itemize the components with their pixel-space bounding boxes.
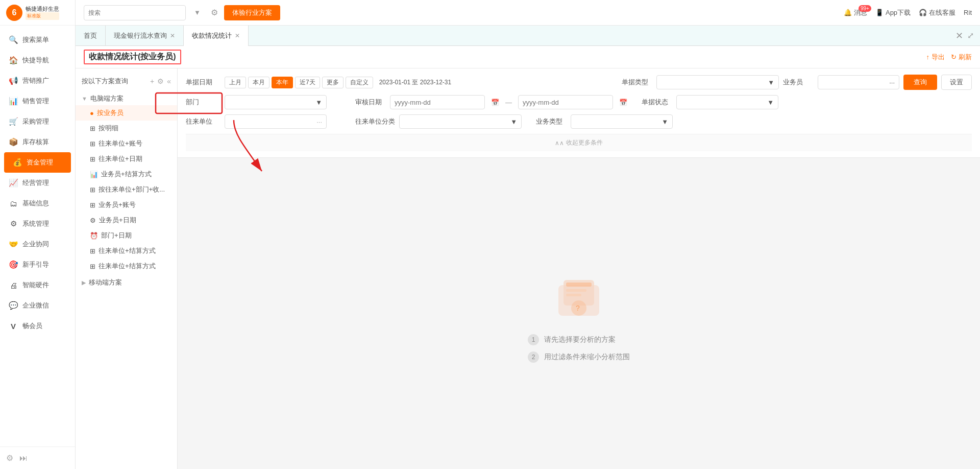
topbar-chevron-icon[interactable]: ▼	[194, 9, 201, 16]
topbar-app-download[interactable]: 📱 App下载	[875, 8, 911, 17]
tree-item-unit-settle2[interactable]: ⊞ 往来单位+结算方式	[76, 259, 177, 274]
sidebar-item-finance[interactable]: 💰 资金管理	[4, 152, 71, 173]
tab-home[interactable]: 首页	[76, 26, 106, 46]
tabbar-close-button[interactable]: ✕	[955, 30, 963, 41]
settings-button[interactable]: 设置	[941, 75, 972, 90]
panel-add-icon[interactable]: +	[150, 77, 154, 85]
sidebar-item-guide[interactable]: 🎯 新手引导	[0, 254, 75, 275]
sidebar-item-inventory[interactable]: 📦 库存核算	[0, 132, 75, 152]
right-panel: 单据日期 上月 本月 本年 近7天 更多 自定义 2023-01-01 至	[178, 68, 980, 469]
date-btn-last-month[interactable]: 上月	[225, 77, 246, 88]
tree-item-label: 业务员+结算方式	[101, 170, 152, 179]
tab-receipt[interactable]: 收款情况统计 ✕	[184, 26, 249, 46]
biz-type-select[interactable]: ▼	[571, 114, 673, 129]
export-label: 导出	[932, 53, 945, 62]
sidebar-item-sales[interactable]: 📊 销售管理	[0, 91, 75, 111]
sidebar-item-label: 经营管理	[22, 178, 49, 187]
voucher-type-select[interactable]: ▼	[656, 75, 779, 89]
voucher-status-select[interactable]: ▼	[676, 95, 778, 109]
logo-icon: 6	[6, 5, 22, 21]
unit-select[interactable]: ···	[225, 114, 327, 129]
tree-item-staff-account[interactable]: ⊞ 业务员+账号	[76, 197, 177, 213]
sidebar-item-wechat[interactable]: 💬 企业微信	[0, 295, 75, 316]
sidebar-item-enterprise[interactable]: 🤝 企业协同	[0, 234, 75, 254]
sidebar-item-label: 新手引导	[22, 260, 49, 269]
date-btn-this-year[interactable]: 本年	[272, 77, 293, 88]
wechat-nav-icon: 💬	[8, 300, 18, 311]
date-btn-more[interactable]: 更多	[322, 77, 344, 88]
unit-filter-label: 往来单位	[186, 117, 216, 126]
collapse-bar[interactable]: ∧∧ 收起更多条件	[186, 134, 972, 151]
sidebar-item-operation[interactable]: 📈 经营管理	[0, 173, 75, 193]
date-btn-this-month[interactable]: 本月	[248, 77, 270, 88]
topbar-gear-icon[interactable]: ⚙	[211, 8, 218, 17]
tree-item-unit-settle1[interactable]: ⊞ 往来单位+结算方式	[76, 243, 177, 259]
sidebar-item-label: 企业协同	[22, 240, 49, 249]
tree-item-label: 业务员+日期	[99, 216, 136, 225]
refresh-button[interactable]: ↻ 刷新	[951, 53, 972, 62]
tab-bank-close-icon[interactable]: ✕	[170, 32, 175, 39]
topbar-online-service[interactable]: 🎧 在线客服	[919, 8, 955, 17]
tabbar-expand-button[interactable]: ⤢	[967, 31, 974, 40]
sidebar-item-purchase[interactable]: 🛒 采购管理	[0, 111, 75, 132]
tree-item-by-detail[interactable]: ⊞ 按明细	[76, 121, 177, 136]
export-button[interactable]: ↑ 导出	[926, 53, 945, 62]
tab-bank[interactable]: 现金银行流水查询 ✕	[106, 26, 184, 46]
unit-settle1-icon: ⊞	[90, 247, 95, 255]
sidebar-item-hardware[interactable]: 🖨 智能硬件	[0, 275, 75, 295]
query-button[interactable]: 查询	[903, 75, 937, 90]
unit-ellipsis-icon[interactable]: ···	[316, 118, 322, 126]
date-btn-custom[interactable]: 自定义	[346, 77, 373, 88]
tree-item-unit-date[interactable]: ⊞ 往来单位+日期	[76, 151, 177, 167]
tree-item-label: 按业务员	[97, 108, 124, 118]
headset-icon: 🎧	[919, 9, 927, 16]
tree-section-mobile-header[interactable]: ▶ 移动端方案	[76, 276, 177, 289]
purchase-nav-icon: 🛒	[8, 116, 18, 127]
review-date-from-input[interactable]	[390, 95, 485, 109]
tree-item-staff-date[interactable]: ⚙ 业务员+日期	[76, 213, 177, 228]
unit-category-select[interactable]: ▼	[399, 114, 522, 129]
staff-account-icon: ⊞	[90, 201, 95, 209]
review-date-label: 审核日期	[355, 98, 386, 107]
tree-item-unit-dept-recv[interactable]: ⊞ 按往来单位+部门+收...	[76, 182, 177, 197]
inventory-nav-icon: 📦	[8, 137, 18, 147]
sidebar-item-system[interactable]: ⚙ 系统管理	[0, 214, 75, 234]
staff-select[interactable]: ···	[818, 75, 899, 89]
review-date-to-input[interactable]	[518, 95, 613, 109]
sidebar-item-quicknav[interactable]: 🏠 快捷导航	[0, 50, 75, 71]
page-actions: ↑ 导出 ↻ 刷新	[926, 53, 972, 62]
topbar-username[interactable]: Rit	[964, 9, 972, 16]
trial-button[interactable]: 体验行业方案	[224, 5, 280, 20]
tree-item-staff-settle[interactable]: 📊 业务员+结算方式	[76, 167, 177, 182]
bell-icon: 🔔	[844, 9, 852, 16]
date-filter-label: 单据日期	[186, 78, 216, 87]
dept-select[interactable]: ▼	[225, 95, 327, 109]
calendar-icon-from[interactable]: 📅	[491, 99, 499, 106]
sidebar-item-marketing[interactable]: 📢 营销推广	[0, 71, 75, 91]
tree-item-dept-date[interactable]: ⏰ 部门+日期	[76, 228, 177, 243]
tree-item-unit-account[interactable]: ⊞ 往来单位+账号	[76, 136, 177, 151]
left-panel: 按以下方案查询 + ⚙ « ▼ 电脑端方案 ● 按业务员	[76, 68, 178, 469]
empty-step-2: 2 用过滤条件来缩小分析范围	[528, 351, 630, 363]
topbar-messages[interactable]: 🔔 消息 99+	[844, 8, 867, 17]
page-body: 收款情况统计(按业务员) ↑ 导出 ↻ 刷新 按以下方案查询 +	[76, 46, 980, 469]
tree-expand-arrow-icon: ▼	[82, 96, 87, 102]
topbar-search-input[interactable]	[84, 5, 186, 20]
sidebar-item-basic[interactable]: 🗂 基础信息	[0, 193, 75, 214]
unit-dept-recv-icon: ⊞	[90, 186, 95, 194]
sidebar-item-search[interactable]: 🔍 搜索菜单	[0, 30, 75, 50]
tree-section-desktop-header[interactable]: ▼ 电脑端方案	[76, 92, 177, 105]
panel-settings-icon[interactable]: ⚙	[157, 77, 164, 85]
tab-home-label: 首页	[84, 31, 97, 40]
tree-section-desktop: ▼ 电脑端方案 ● 按业务员 ⊞ 按明细 ⊞ 往来单位+账号	[76, 90, 177, 276]
tab-receipt-close-icon[interactable]: ✕	[235, 32, 240, 39]
sidebar-item-member[interactable]: V 畅会员	[0, 316, 75, 336]
sidebar-item-label: 营销推广	[22, 76, 49, 85]
tree-item-by-staff[interactable]: ● 按业务员	[76, 105, 177, 121]
settings-icon[interactable]: ⚙	[6, 453, 13, 463]
collapse-sidebar-icon[interactable]: ⏭	[19, 454, 28, 463]
calendar-icon-to[interactable]: 📅	[619, 99, 627, 106]
panel-collapse-icon[interactable]: «	[167, 77, 171, 85]
date-btn-last7days[interactable]: 近7天	[295, 77, 320, 88]
tree-section-desktop-label: 电脑端方案	[90, 94, 124, 103]
